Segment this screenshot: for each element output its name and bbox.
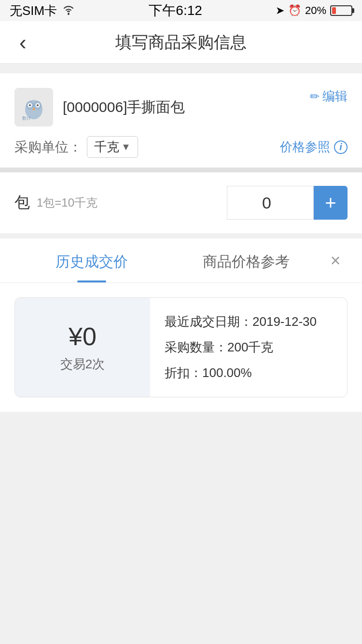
- date-value: 2019-12-30: [252, 314, 317, 329]
- product-name: [0000006]手撕面包: [63, 98, 185, 117]
- svg-point-0: [68, 13, 70, 15]
- tab-product-price[interactable]: 商品价格参考: [169, 238, 323, 282]
- location-icon: ➤: [276, 4, 284, 17]
- tab-product-price-label: 商品价格参考: [203, 253, 290, 269]
- product-image: 数计: [14, 88, 53, 126]
- price-ref-label: 价格参照: [280, 139, 330, 155]
- price-reference-button[interactable]: 价格参照 i: [280, 139, 348, 155]
- quantity-plus-button[interactable]: +: [314, 186, 348, 220]
- svg-point-7: [37, 104, 39, 106]
- plus-icon: +: [325, 192, 336, 214]
- discount-label: 折扣：: [165, 365, 202, 380]
- edit-icon: ✏: [310, 90, 320, 103]
- quantity-controls: +: [227, 186, 348, 220]
- status-bar: 无SIM卡 下午6:12 ➤ ⏰ 20%: [0, 0, 362, 21]
- tab-active-indicator: [77, 280, 106, 282]
- alarm-icon: ⏰: [288, 4, 301, 17]
- wifi-icon: [62, 3, 75, 18]
- qty-value: 200千克: [227, 340, 273, 354]
- product-info: 数计 [0000006]手撕面包: [14, 88, 185, 126]
- price-currency: ¥: [69, 322, 83, 350]
- svg-point-6: [29, 104, 31, 106]
- unit-label: 采购单位：: [14, 138, 82, 156]
- date-label: 最近成交日期：: [165, 314, 252, 329]
- info-icon: i: [334, 140, 348, 154]
- discount-value: 100.00%: [202, 365, 252, 380]
- history-qty-row: 采购数量：200千克: [165, 338, 333, 357]
- quantity-row: 包 1包=10千克 +: [0, 172, 362, 234]
- history-details: 最近成交日期：2019-12-30 采购数量：200千克 折扣：100.00%: [150, 298, 347, 397]
- bottom-space: [0, 412, 362, 644]
- battery-icon: [330, 5, 352, 16]
- status-right: ➤ ⏰ 20%: [276, 4, 352, 17]
- close-panel-button[interactable]: ×: [323, 249, 348, 273]
- section-divider: [0, 168, 362, 172]
- status-time: 下午6:12: [149, 1, 202, 20]
- edit-button[interactable]: ✏ 编辑: [310, 88, 348, 105]
- quantity-label: 包 1包=10千克: [14, 192, 97, 213]
- product-header: 数计 [0000006]手撕面包 ✏ 编辑: [14, 88, 348, 126]
- quantity-conversion: 1包=10千克: [37, 195, 97, 210]
- tab-history-price[interactable]: 历史成交价: [14, 238, 169, 282]
- quantity-unit: 包: [14, 192, 30, 213]
- history-discount-row: 折扣：100.00%: [165, 364, 333, 382]
- history-content: ¥0 交易2次 最近成交日期：2019-12-30 采购数量：200千克 折扣：…: [0, 283, 362, 412]
- history-price-value: ¥0: [69, 322, 97, 351]
- product-logo-icon: 数计: [19, 93, 48, 122]
- battery-percent: 20%: [305, 4, 326, 17]
- page-title: 填写商品采购信息: [115, 31, 247, 54]
- tabs-row: 历史成交价 商品价格参考 ×: [0, 238, 362, 283]
- history-price-section: ¥0 交易2次: [15, 298, 150, 397]
- product-card: 数计 [0000006]手撕面包 ✏ 编辑 采购单位： 千克 ▼ 价格参照 i: [0, 73, 362, 168]
- close-icon: ×: [330, 251, 340, 271]
- quantity-input[interactable]: [227, 186, 314, 220]
- edit-label: 编辑: [322, 88, 348, 105]
- history-card: ¥0 交易2次 最近成交日期：2019-12-30 采购数量：200千克 折扣：…: [14, 297, 348, 397]
- status-left: 无SIM卡: [10, 2, 75, 19]
- history-date-row: 最近成交日期：2019-12-30: [165, 312, 333, 331]
- dropdown-arrow-icon: ▼: [121, 141, 131, 153]
- price-amount: 0: [83, 322, 97, 350]
- unit-selector: 采购单位： 千克 ▼: [14, 136, 138, 158]
- tabs-section: 历史成交价 商品价格参考 × ¥0 交易2次 最近成交日期：2019-12-30: [0, 238, 362, 412]
- nav-bar: ‹ 填写商品采购信息: [0, 21, 362, 64]
- product-unit-row: 采购单位： 千克 ▼ 价格参照 i: [14, 136, 348, 158]
- svg-text:数计: 数计: [22, 116, 31, 121]
- qty-label: 采购数量：: [165, 340, 227, 354]
- unit-dropdown[interactable]: 千克 ▼: [87, 136, 138, 158]
- unit-value: 千克: [94, 139, 119, 155]
- back-button[interactable]: ‹: [14, 26, 31, 59]
- tab-history-label: 历史成交价: [56, 253, 128, 269]
- carrier-label: 无SIM卡: [10, 2, 57, 19]
- history-trade-count: 交易2次: [60, 356, 105, 373]
